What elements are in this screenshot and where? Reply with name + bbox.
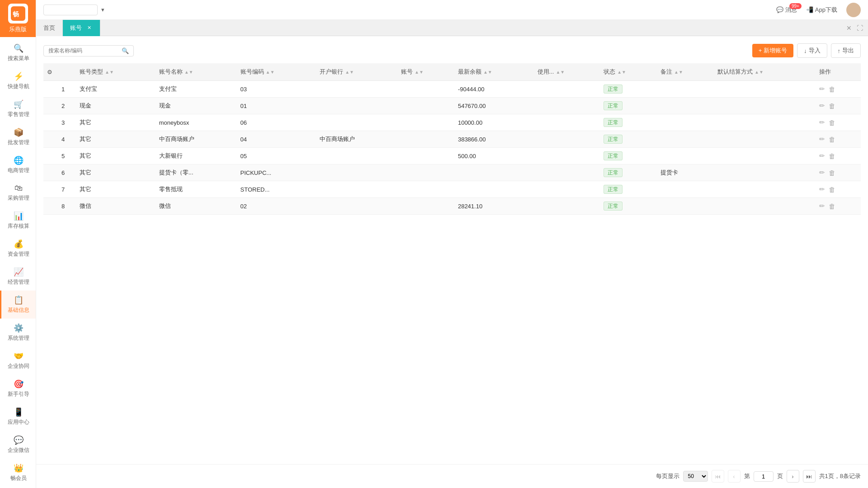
sidebar-item-label: 电商管理 <box>8 167 29 174</box>
message-icon: 💬 <box>776 6 783 13</box>
sidebar-item-wechat[interactable]: 💬 企业微信 <box>0 431 36 459</box>
sidebar-item-purchase[interactable]: 🛍 采购管理 <box>0 179 36 206</box>
header-message[interactable]: 💬 消息 99+ <box>776 6 797 14</box>
sidebar-item-ecommerce[interactable]: 🌐 电商管理 <box>0 151 36 179</box>
delete-icon[interactable]: 🗑 <box>829 119 835 127</box>
cell-bank <box>316 164 397 181</box>
edit-icon[interactable]: ✏ <box>819 85 825 93</box>
cell-remark <box>657 131 714 148</box>
cell-default-payment <box>714 198 816 215</box>
inventory-icon: 📊 <box>14 211 24 221</box>
tab-account[interactable]: 账号 ✕ <box>63 20 100 36</box>
sidebar-item-operations[interactable]: 📈 经营管理 <box>0 263 36 291</box>
status-badge: 正常 <box>604 185 623 194</box>
cell-settings <box>43 181 58 198</box>
table-row: 4 其它 中百商场账户 04 中百商场账户 383866.00 正常 ✏ 🗑 <box>43 131 861 148</box>
edit-icon[interactable]: ✏ <box>819 135 825 143</box>
cell-remark: 提货卡 <box>657 164 714 181</box>
delete-icon[interactable]: 🗑 <box>829 169 835 177</box>
cell-balance: 500.00 <box>454 148 534 164</box>
th-bank[interactable]: 开户银行 ▲▼ <box>316 63 397 81</box>
cell-balance: -90444.00 <box>454 81 534 98</box>
sidebar-item-inventory[interactable]: 📊 库存核算 <box>0 206 36 235</box>
total-label: 共1页，8条记录 <box>819 472 861 480</box>
tab-home-label: 首页 <box>43 24 55 32</box>
edit-icon[interactable]: ✏ <box>819 169 825 177</box>
th-status[interactable]: 状态 ▲▼ <box>600 63 657 81</box>
header-search-input[interactable] <box>43 5 98 15</box>
sidebar-item-wholesale[interactable]: 📦 批发管理 <box>0 123 36 151</box>
page-number-input[interactable] <box>754 471 774 482</box>
window-close-button[interactable]: ✕ <box>844 23 854 33</box>
sidebar-item-label: 采购管理 <box>8 194 29 202</box>
cell-bank <box>316 114 397 131</box>
content-toolbar: 🔍 + 新增账号 ↓ 导入 ↑ 导出 <box>43 43 861 58</box>
cell-num: 2 <box>58 98 76 114</box>
sidebar: 畅 乐燕版 🔍 搜索菜单 ⚡ 快捷导航 🛒 零售管理 📦 批发管理 🌐 电商管理… <box>0 0 36 488</box>
th-bank-label: 开户银行 <box>320 68 343 76</box>
delete-icon[interactable]: 🗑 <box>829 85 835 93</box>
th-settings[interactable]: ⚙ <box>43 63 58 81</box>
sidebar-item-guide[interactable]: 🎯 新手引导 <box>0 375 36 403</box>
next-page-button[interactable]: › <box>787 470 799 483</box>
delete-icon[interactable]: 🗑 <box>829 202 835 210</box>
sidebar-item-retail[interactable]: 🛒 零售管理 <box>0 95 36 123</box>
sidebar-item-finance[interactable]: 💰 资金管理 <box>0 235 36 263</box>
cell-account <box>397 98 454 114</box>
import-button[interactable]: ↓ 导入 <box>797 43 827 58</box>
sidebar-item-app-center[interactable]: 📱 应用中心 <box>0 403 36 431</box>
delete-icon[interactable]: 🗑 <box>829 186 835 193</box>
th-code[interactable]: 账号编码 ▲▼ <box>237 63 316 81</box>
tab-close-button[interactable]: ✕ <box>85 24 93 32</box>
cell-bank <box>316 181 397 198</box>
edit-icon[interactable]: ✏ <box>819 102 825 110</box>
status-badge: 正常 <box>604 118 623 127</box>
cell-default-payment <box>714 148 816 164</box>
export-button[interactable]: ↑ 导出 <box>831 43 861 58</box>
edit-icon[interactable]: ✏ <box>819 118 825 127</box>
cell-settings <box>43 114 58 131</box>
edit-icon[interactable]: ✏ <box>819 185 825 193</box>
first-page-button[interactable]: ⏮ <box>712 470 724 483</box>
per-page-select[interactable]: 50 10 20 100 <box>683 471 708 482</box>
window-maximize-button[interactable]: ⛶ <box>855 23 864 33</box>
prev-page-button[interactable]: ‹ <box>728 470 741 483</box>
sidebar-item-quick-nav[interactable]: ⚡ 快捷导航 <box>0 67 36 95</box>
th-remark[interactable]: 备注 ▲▼ <box>657 63 714 81</box>
account-search-box[interactable]: 🔍 <box>43 45 134 56</box>
header-dropdown[interactable]: ▾ <box>101 6 104 13</box>
th-account[interactable]: 账号 ▲▼ <box>397 63 454 81</box>
sidebar-item-basic-info[interactable]: 📋 基础信息 <box>0 291 36 319</box>
add-account-button[interactable]: + 新增账号 <box>752 44 793 57</box>
delete-icon[interactable]: 🗑 <box>829 136 835 143</box>
cell-bank: 中百商场账户 <box>316 131 397 148</box>
cell-settings <box>43 164 58 181</box>
account-search-input[interactable] <box>48 47 119 54</box>
sidebar-item-member[interactable]: 👑 畅会员 <box>0 459 36 487</box>
delete-icon[interactable]: 🗑 <box>829 102 835 110</box>
user-avatar[interactable] <box>846 3 861 17</box>
sidebar-item-system[interactable]: ⚙️ 系统管理 <box>0 319 36 347</box>
th-default-payment[interactable]: 默认结算方式 ▲▼ <box>714 63 816 81</box>
cell-remark <box>657 81 714 98</box>
edit-icon[interactable]: ✏ <box>819 152 825 160</box>
sidebar-item-enterprise[interactable]: 🤝 企业协同 <box>0 347 36 375</box>
cell-balance: 28241.10 <box>454 198 534 215</box>
header-app-download[interactable]: 📲 App下载 <box>806 6 837 14</box>
th-name[interactable]: 账号名称 ▲▼ <box>156 63 237 81</box>
edit-icon[interactable]: ✏ <box>819 202 825 210</box>
th-usage[interactable]: 使用... ▲▼ <box>534 63 600 81</box>
sidebar-item-search[interactable]: 🔍 搜索菜单 <box>0 39 36 67</box>
th-balance[interactable]: 最新余额 ▲▼ <box>454 63 534 81</box>
last-page-button[interactable]: ⏭ <box>803 470 816 483</box>
th-type[interactable]: 账号类型 ▲▼ <box>76 63 156 81</box>
system-icon: ⚙️ <box>14 323 24 333</box>
sidebar-item-label: 系统管理 <box>8 334 29 342</box>
table-row: 8 微信 微信 02 28241.10 正常 ✏ 🗑 <box>43 198 861 215</box>
sidebar-item-label: 零售管理 <box>8 111 29 118</box>
tab-home[interactable]: 首页 <box>36 20 63 36</box>
cell-settings <box>43 198 58 215</box>
cell-usage <box>534 181 600 198</box>
delete-icon[interactable]: 🗑 <box>829 152 835 160</box>
page-label: 第 <box>744 472 750 480</box>
